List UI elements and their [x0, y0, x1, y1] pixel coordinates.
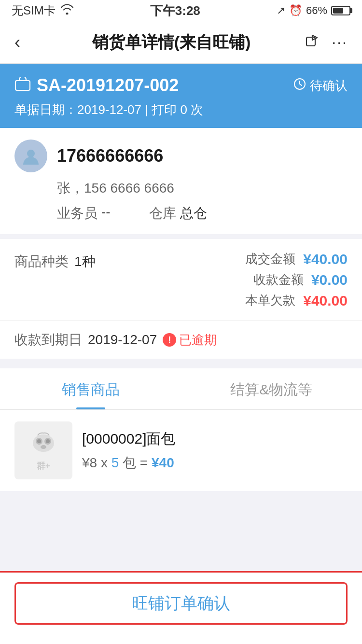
customer-detail: 张，156 6666 6666: [57, 179, 348, 197]
nav-bar: ‹ 销货单详情(来自旺铺) ···: [0, 21, 362, 64]
status-time: 下午3:28: [150, 2, 200, 19]
more-button[interactable]: ···: [332, 33, 348, 51]
amount-details: 成交金额 ¥40.00 收款金额 ¥0.00 本单欠款 ¥40.00: [245, 251, 348, 309]
back-button[interactable]: ‹: [14, 32, 43, 53]
svg-rect-0: [306, 37, 315, 46]
svg-point-7: [37, 439, 41, 443]
svg-rect-1: [15, 81, 30, 90]
section-divider-3: [0, 359, 362, 364]
location-icon: ↗: [277, 4, 285, 17]
order-date-row: 单据日期：2019-12-07 | 打印 0 次: [14, 101, 348, 118]
nav-actions: ···: [299, 32, 348, 52]
deal-amount: ¥40.00: [303, 251, 348, 267]
order-header: SA-20191207-002 待确认 单据日期：2019-12-07 | 打印…: [0, 64, 362, 128]
order-icon: [14, 75, 31, 96]
svg-point-4: [33, 434, 54, 452]
product-details: [0000002]面包 ¥8 x 5 包 = ¥40: [82, 429, 348, 472]
product-list: 群+ [0000002]面包 ¥8 x 5 包 = ¥40: [0, 410, 362, 491]
alarm-icon: ⏰: [289, 4, 302, 17]
status-left: 无SIM卡: [12, 3, 74, 18]
summary-section: 商品种类 1种 成交金额 ¥40.00 收款金额 ¥0.00 本单欠款 ¥40.…: [0, 239, 362, 321]
clock-icon: [293, 78, 306, 94]
order-id: SA-20191207-002: [14, 75, 179, 96]
customer-phone: 17666666666: [57, 146, 163, 166]
svg-point-8: [46, 439, 50, 443]
received-amount: ¥0.00: [311, 272, 348, 288]
customer-meta: 业务员 -- 仓库 总仓: [57, 204, 348, 223]
product-name: [0000002]面包: [82, 429, 348, 449]
status-right: ↗ ⏰ 66%: [277, 4, 350, 17]
section-divider-1: [0, 234, 362, 239]
product-quantity: 5: [111, 455, 119, 470]
confirm-order-button[interactable]: 旺铺订单确认: [14, 582, 348, 625]
table-row: 群+ [0000002]面包 ¥8 x 5 包 = ¥40: [0, 410, 362, 491]
bottom-bar: 旺铺订单确认: [0, 571, 362, 644]
carrier-label: 无SIM卡: [12, 3, 56, 18]
status-bar: 无SIM卡 下午3:28 ↗ ⏰ 66%: [0, 0, 362, 21]
battery-icon: [331, 6, 350, 15]
battery-percent: 66%: [306, 4, 327, 17]
svg-point-3: [27, 150, 35, 157]
tab-bar: 销售商品 结算&物流等: [0, 368, 362, 410]
due-date-section: 收款到期日 2019-12-07 ! 已逾期: [0, 321, 362, 359]
product-price: ¥8: [82, 455, 97, 470]
product-total: ¥40: [152, 455, 174, 470]
wifi-icon: [60, 4, 74, 17]
overdue-badge: ! 已逾期: [163, 332, 217, 349]
order-status: 待确认: [293, 77, 348, 94]
page-title: 销货单详情(来自旺铺): [43, 31, 299, 54]
tab-settlement[interactable]: 结算&物流等: [181, 368, 362, 409]
overdue-icon: !: [163, 333, 176, 347]
tab-sales-products[interactable]: 销售商品: [0, 368, 181, 409]
owed-amount: ¥40.00: [303, 293, 348, 309]
customer-section: 17666666666 张，156 6666 6666 业务员 -- 仓库 总仓: [0, 128, 362, 234]
share-icon[interactable]: [306, 32, 322, 52]
product-price-row: ¥8 x 5 包 = ¥40: [82, 454, 348, 472]
brand-logo: [29, 430, 58, 458]
product-thumbnail: 群+: [14, 421, 72, 479]
avatar: [14, 140, 47, 172]
svg-point-9: [41, 445, 46, 449]
